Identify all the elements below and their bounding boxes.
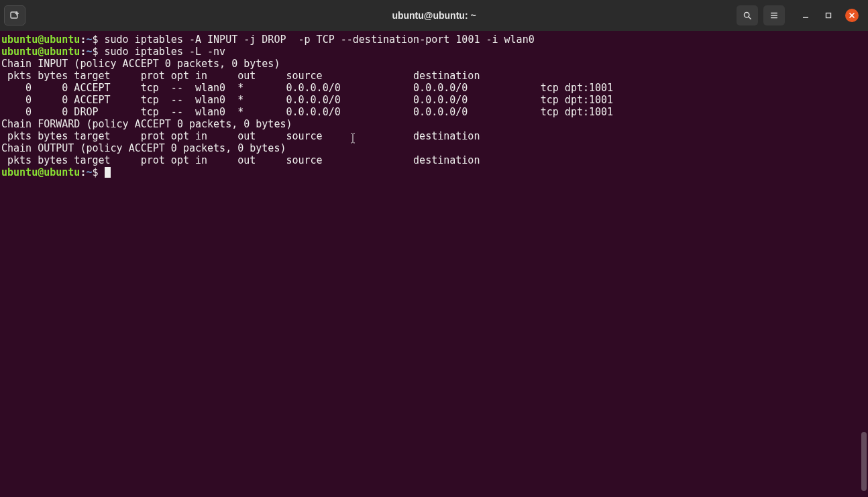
titlebar: ubuntu@ubuntu: ~ [0,0,868,31]
prompt-symbol: $ [92,46,98,58]
scrollbar[interactable] [861,31,868,497]
maximize-icon [825,12,832,19]
output-line: 0 0 ACCEPT tcp -- wlan0 * 0.0.0.0/0 0.0.… [0,94,868,106]
command-2: sudo iptables -L -nv [99,46,226,58]
prompt-user: ubuntu@ubuntu [1,46,80,58]
svg-line-4 [749,17,751,19]
search-button[interactable] [737,5,758,25]
titlebar-right-controls [737,5,864,25]
minimize-button[interactable] [800,9,812,21]
scrollbar-thumb[interactable] [861,432,867,491]
command-3 [99,166,105,178]
command-1: sudo iptables -A INPUT -j DROP -p TCP --… [99,34,535,46]
window-title: ubuntu@ubuntu: ~ [392,10,476,21]
output-line: 0 0 DROP tcp -- wlan0 * 0.0.0.0/0 0.0.0.… [0,106,868,118]
maximize-button[interactable] [822,9,834,21]
terminal-body[interactable]: ubuntu@ubuntu:~$ sudo iptables -A INPUT … [0,31,868,497]
prompt-line-2: ubuntu@ubuntu:~$ sudo iptables -L -nv [0,46,868,58]
close-button[interactable] [845,9,859,22]
output-line: Chain OUTPUT (policy ACCEPT 0 packets, 0… [0,142,868,154]
svg-rect-9 [826,13,831,18]
prompt-user: ubuntu@ubuntu [1,166,80,178]
prompt-line-1: ubuntu@ubuntu:~$ sudo iptables -A INPUT … [0,34,868,46]
new-tab-icon [9,10,20,21]
output-line: pkts bytes target prot opt in out source… [0,130,868,142]
prompt-symbol: $ [92,34,98,46]
output-line: Chain FORWARD (policy ACCEPT 0 packets, … [0,118,868,130]
prompt-line-3: ubuntu@ubuntu:~$ [0,166,868,178]
output-line: Chain INPUT (policy ACCEPT 0 packets, 0 … [0,58,868,70]
prompt-symbol: $ [92,166,98,178]
new-tab-button[interactable] [4,5,25,25]
hamburger-icon [769,11,779,20]
terminal-cursor [105,167,111,178]
close-icon [849,12,855,19]
minimize-icon [802,12,809,19]
output-line: pkts bytes target prot opt in out source… [0,154,868,166]
menu-button[interactable] [763,5,785,25]
prompt-user: ubuntu@ubuntu [1,34,80,46]
search-icon [743,11,752,20]
output-line: 0 0 ACCEPT tcp -- wlan0 * 0.0.0.0/0 0.0.… [0,82,868,94]
output-line: pkts bytes target prot opt in out source… [0,70,868,82]
window-controls [800,9,859,22]
